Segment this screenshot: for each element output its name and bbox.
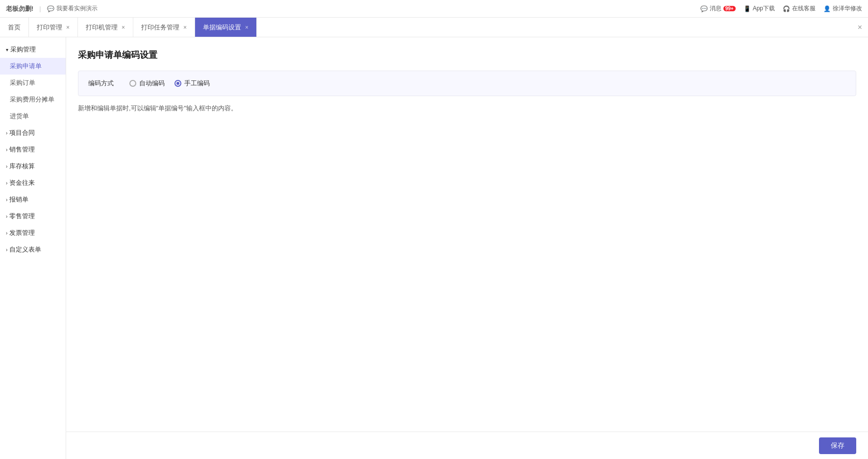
sidebar-group-return-goods[interactable]: › 报销单 xyxy=(0,191,66,208)
sidebar-item-purchase-request[interactable]: 采购申请单 xyxy=(0,58,66,75)
avatar-icon: 👤 xyxy=(823,5,831,12)
chevron-right-icon-5: › xyxy=(6,197,7,203)
sidebar-group-custom-label: 自定义表单 xyxy=(9,245,41,254)
service-label: 在线客服 xyxy=(792,4,816,13)
chevron-right-icon-3: › xyxy=(6,164,7,169)
content-inner: 采购申请单编码设置 编码方式 自动编码 手工编码 xyxy=(66,37,868,432)
sidebar: ▾ 采购管理 采购申请单 采购订单 采购费用分摊单 进货单 › 项目合同 › 销… xyxy=(0,37,66,459)
hint-text: 新增和编辑单据时,可以编辑"单据编号"输入框中的内容。 xyxy=(78,104,856,113)
tab-print-task-management-close[interactable]: × xyxy=(183,24,187,31)
radio-manual-coding[interactable]: 手工编码 xyxy=(174,79,210,88)
app-label: App下载 xyxy=(753,4,775,13)
sidebar-group-project-contract[interactable]: › 项目合同 xyxy=(0,125,66,141)
sidebar-item-purchase-order[interactable]: 采购订单 xyxy=(0,75,66,91)
top-bar-left: 老板勿删! | 💬 我要看实例演示 xyxy=(6,4,98,13)
app-download-button[interactable]: 📱 App下载 xyxy=(744,4,775,13)
sidebar-item-purchase-order-label: 采购订单 xyxy=(10,79,35,86)
sidebar-item-purchase-request-label: 采购申请单 xyxy=(10,62,42,70)
coding-row: 编码方式 自动编码 手工编码 xyxy=(88,79,846,88)
user-profile-button[interactable]: 👤 徐泽华修改 xyxy=(823,4,862,13)
radio-auto-circle xyxy=(129,80,136,87)
sidebar-group-inventory-label: 库存核算 xyxy=(9,162,35,171)
sidebar-group-custom-form[interactable]: › 自定义表单 xyxy=(0,241,66,258)
tab-print-management-close[interactable]: × xyxy=(66,24,70,31)
tab-home-label: 首页 xyxy=(8,23,21,32)
tab-print-task-management-label: 打印任务管理 xyxy=(141,23,179,32)
sidebar-group-return-label: 报销单 xyxy=(9,195,28,204)
top-bar-right: 💬 消息 99+ 📱 App下载 🎧 在线客服 👤 徐泽华修改 xyxy=(700,4,862,13)
demo-text: 我要看实例演示 xyxy=(56,4,98,13)
radio-manual-circle xyxy=(174,80,181,87)
tab-printer-management-close[interactable]: × xyxy=(122,24,125,31)
app-icon: 📱 xyxy=(744,5,751,12)
radio-auto-label: 自动编码 xyxy=(139,79,165,88)
chevron-right-icon: › xyxy=(6,130,7,136)
chevron-right-icon-6: › xyxy=(6,214,7,219)
sidebar-group-retail-management[interactable]: › 零售管理 xyxy=(0,208,66,225)
tab-home[interactable]: 首页 xyxy=(0,18,29,37)
sidebar-group-capital-flow[interactable]: › 资金往来 xyxy=(0,175,66,191)
sidebar-item-purchase-fee-label: 采购费用分摊单 xyxy=(10,96,54,103)
content-area: 采购申请单编码设置 编码方式 自动编码 手工编码 xyxy=(66,37,868,459)
radio-auto-coding[interactable]: 自动编码 xyxy=(129,79,165,88)
coding-section: 编码方式 自动编码 手工编码 xyxy=(78,71,856,96)
tab-printer-management[interactable]: 打印机管理 × xyxy=(78,18,133,37)
tab-printer-management-label: 打印机管理 xyxy=(86,23,118,32)
sidebar-group-sales-label: 销售管理 xyxy=(9,145,35,154)
online-service-button[interactable]: 🎧 在线客服 xyxy=(783,4,816,13)
sidebar-group-purchase-label: 采购管理 xyxy=(10,45,36,54)
demo-icon: 💬 xyxy=(47,5,54,12)
sidebar-group-retail-label: 零售管理 xyxy=(9,212,35,221)
save-button[interactable]: 保存 xyxy=(819,437,856,454)
sidebar-group-invoice-management[interactable]: › 发票管理 xyxy=(0,225,66,241)
tab-bar: 首页 打印管理 × 打印机管理 × 打印任务管理 × 单据编码设置 × × xyxy=(0,18,868,37)
sidebar-item-purchase-fee[interactable]: 采购费用分摊单 xyxy=(0,91,66,108)
sidebar-group-project-label: 项目合同 xyxy=(9,128,35,137)
sidebar-item-inbound-order-label: 进货单 xyxy=(10,112,29,120)
chevron-down-icon: ▾ xyxy=(6,47,8,52)
tab-print-management[interactable]: 打印管理 × xyxy=(29,18,78,37)
radio-group: 自动编码 手工编码 xyxy=(129,79,210,88)
footer-bar: 保存 xyxy=(66,432,868,459)
tab-print-management-label: 打印管理 xyxy=(37,23,62,32)
message-icon: 💬 xyxy=(700,5,708,12)
chevron-right-icon-2: › xyxy=(6,147,7,153)
page-title: 采购申请单编码设置 xyxy=(78,49,856,61)
tab-print-task-management[interactable]: 打印任务管理 × xyxy=(133,18,195,37)
sidebar-group-invoice-label: 发票管理 xyxy=(9,229,35,237)
service-icon: 🎧 xyxy=(783,5,790,12)
user-name: 徐泽华修改 xyxy=(833,4,862,13)
sidebar-item-inbound-order[interactable]: 进货单 xyxy=(0,108,66,125)
tab-bar-close-all[interactable]: × xyxy=(852,18,868,37)
tab-document-code-settings-label: 单据编码设置 xyxy=(203,23,241,32)
message-badge: 99+ xyxy=(723,6,736,11)
sidebar-group-purchase-management[interactable]: ▾ 采购管理 xyxy=(0,41,66,58)
chevron-right-icon-7: › xyxy=(6,230,7,236)
chevron-right-icon-4: › xyxy=(6,180,7,186)
message-label: 消息 xyxy=(710,4,721,13)
sidebar-group-sales-management[interactable]: › 销售管理 xyxy=(0,141,66,158)
tab-document-code-settings[interactable]: 单据编码设置 × xyxy=(195,18,257,37)
sidebar-group-inventory-count[interactable]: › 库存核算 xyxy=(0,158,66,175)
sidebar-group-capital-label: 资金往来 xyxy=(9,178,35,187)
main-layout: ▾ 采购管理 采购申请单 采购订单 采购费用分摊单 进货单 › 项目合同 › 销… xyxy=(0,37,868,459)
top-bar: 老板勿删! | 💬 我要看实例演示 💬 消息 99+ 📱 App下载 🎧 在线客… xyxy=(0,0,868,18)
demo-link[interactable]: 💬 我要看实例演示 xyxy=(47,4,98,13)
brand-text: 老板勿删! xyxy=(6,4,33,13)
message-button[interactable]: 💬 消息 99+ xyxy=(700,4,736,13)
coding-label: 编码方式 xyxy=(88,79,118,88)
chevron-right-icon-8: › xyxy=(6,247,7,253)
tab-document-code-settings-close[interactable]: × xyxy=(245,24,248,31)
radio-manual-label: 手工编码 xyxy=(184,79,210,88)
